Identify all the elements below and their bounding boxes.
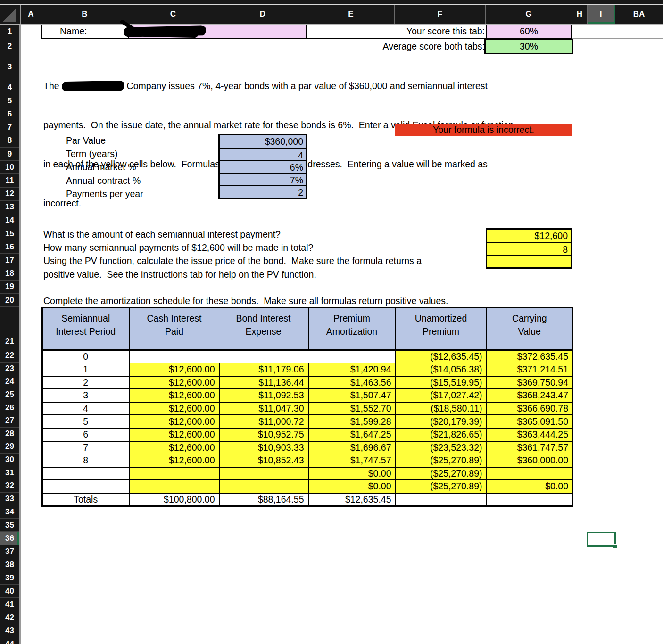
active-cell-selection[interactable]	[587, 532, 616, 547]
bond-input-cell-4[interactable]: 2	[220, 185, 306, 198]
schedule-header-5[interactable]: CarryingValue	[487, 308, 573, 350]
row-header-35[interactable]: 35	[0, 519, 19, 532]
schedule-cash-3[interactable]: $12,600.00	[129, 389, 219, 402]
schedule-bond-9[interactable]	[219, 467, 308, 480]
schedule-header-2[interactable]: Bond InterestExpense	[219, 308, 308, 350]
row-header-19[interactable]: 19	[0, 281, 19, 294]
schedule-premium-8[interactable]: $1,747.57	[308, 454, 396, 467]
schedule-unamortized-5[interactable]: ($20,179.39)	[396, 415, 487, 428]
select-all-corner[interactable]	[0, 5, 21, 24]
schedule-unamortized-8[interactable]: ($25,270.89)	[396, 454, 487, 467]
schedule-cash-8[interactable]: $12,600.00	[129, 454, 219, 467]
schedule-bond-7[interactable]: $10,903.33	[219, 441, 308, 454]
row-header-11[interactable]: 11	[0, 174, 19, 187]
row-header-9[interactable]: 9	[0, 148, 19, 161]
column-header-F[interactable]: F	[395, 5, 486, 24]
schedule-period-0[interactable]: 0	[42, 350, 129, 363]
column-header-A[interactable]: A	[21, 5, 41, 24]
schedule-period-7[interactable]: 7	[42, 441, 129, 454]
schedule-unamortized-3[interactable]: ($17,027.42)	[396, 389, 487, 402]
schedule-total-bond[interactable]: $88,164.55	[219, 493, 308, 506]
schedule-period-11[interactable]: Totals	[42, 493, 129, 506]
schedule-cash-6[interactable]: $12,600.00	[129, 428, 219, 441]
schedule-carrying-10[interactable]: $0.00	[487, 480, 573, 493]
bond-input-cell-2[interactable]: 6%	[220, 160, 306, 173]
schedule-carrying-1[interactable]: $371,214.51	[487, 363, 573, 376]
column-header-D[interactable]: D	[218, 5, 307, 24]
schedule-bond-8[interactable]: $10,852.43	[219, 454, 308, 467]
fill-handle[interactable]	[613, 544, 618, 549]
column-header-G[interactable]: G	[486, 5, 572, 24]
row-header-26[interactable]: 26	[0, 401, 19, 414]
schedule-bond-5[interactable]: $11,000.72	[219, 415, 308, 428]
row-header-28[interactable]: 28	[0, 428, 19, 441]
schedule-cash-9[interactable]	[129, 467, 219, 480]
schedule-total-unamortized[interactable]	[396, 493, 487, 506]
row-header-32[interactable]: 32	[0, 479, 19, 493]
schedule-unamortized-1[interactable]: ($14,056.38)	[396, 363, 487, 376]
schedule-cash-1[interactable]: $12,600.00	[129, 363, 219, 376]
schedule-unamortized-4[interactable]: ($18,580.11)	[396, 402, 487, 415]
row-header-27[interactable]: 27	[0, 414, 19, 428]
schedule-carrying-0[interactable]: $372,635.45	[487, 350, 573, 363]
schedule-premium-7[interactable]: $1,696.67	[308, 441, 396, 454]
row-header-25[interactable]: 25	[0, 388, 19, 402]
schedule-premium-1[interactable]: $1,420.94	[308, 363, 396, 376]
schedule-opening-blank[interactable]	[129, 350, 396, 363]
schedule-carrying-5[interactable]: $365,091.50	[487, 415, 573, 428]
row-header-3[interactable]: 3	[0, 53, 19, 81]
schedule-period-2[interactable]: 2	[42, 376, 129, 389]
schedule-unamortized-6[interactable]: ($21,826.65)	[396, 428, 487, 441]
row-header-39[interactable]: 39	[0, 571, 19, 585]
schedule-period-9[interactable]	[42, 467, 129, 480]
row-header-31[interactable]: 31	[0, 466, 19, 479]
column-header-BA[interactable]: BA	[615, 5, 663, 24]
row-header-6[interactable]: 6	[0, 107, 19, 121]
schedule-period-3[interactable]: 3	[42, 389, 129, 402]
schedule-bond-2[interactable]: $11,136.44	[219, 376, 308, 389]
bond-input-cell-1[interactable]: 4	[220, 148, 306, 161]
schedule-unamortized-0[interactable]: ($12,635.45)	[396, 350, 487, 363]
schedule-cash-4[interactable]: $12,600.00	[129, 402, 219, 415]
row-header-4[interactable]: 4	[0, 81, 19, 94]
schedule-carrying-7[interactable]: $361,747.57	[487, 441, 573, 454]
answer-cell-2[interactable]	[487, 255, 571, 267]
row-header-29[interactable]: 29	[0, 440, 19, 454]
schedule-premium-6[interactable]: $1,647.25	[308, 428, 396, 441]
schedule-bond-6[interactable]: $10,952.75	[219, 428, 308, 441]
row-header-40[interactable]: 40	[0, 585, 19, 598]
schedule-header-4[interactable]: UnamortizedPremium	[396, 308, 487, 350]
schedule-premium-3[interactable]: $1,507.47	[308, 389, 396, 402]
column-header-E[interactable]: E	[307, 5, 395, 24]
schedule-period-8[interactable]: 8	[42, 454, 129, 467]
row-header-33[interactable]: 33	[0, 493, 19, 506]
schedule-period-1[interactable]: 1	[42, 363, 129, 376]
row-header-41[interactable]: 41	[0, 598, 19, 611]
schedule-total-premium[interactable]: $12,635.45	[308, 493, 396, 506]
schedule-total-cash[interactable]: $100,800.00	[129, 493, 219, 506]
schedule-total-carrying[interactable]	[487, 493, 573, 506]
avg-score-cell[interactable]: 30%	[484, 39, 573, 54]
row-header-2[interactable]: 2	[0, 39, 19, 53]
row-header-20[interactable]: 20	[0, 294, 19, 307]
schedule-unamortized-10[interactable]: ($25,270.89)	[396, 480, 487, 493]
row-header-36[interactable]: 36	[0, 532, 19, 545]
schedule-carrying-2[interactable]: $369,750.94	[487, 376, 573, 389]
schedule-cash-7[interactable]: $12,600.00	[129, 441, 219, 454]
schedule-cash-2[interactable]: $12,600.00	[129, 376, 219, 389]
row-header-5[interactable]: 5	[0, 94, 19, 107]
column-header-H[interactable]: H	[572, 5, 588, 24]
schedule-cash-5[interactable]: $12,600.00	[129, 415, 219, 428]
schedule-premium-2[interactable]: $1,463.56	[308, 376, 396, 389]
row-header-34[interactable]: 34	[0, 505, 19, 519]
schedule-period-4[interactable]: 4	[42, 402, 129, 415]
schedule-premium-10[interactable]: $0.00	[308, 480, 396, 493]
schedule-unamortized-7[interactable]: ($23,523.32)	[396, 441, 487, 454]
bond-input-cell-3[interactable]: 7%	[220, 173, 306, 186]
schedule-carrying-8[interactable]: $360,000.00	[487, 454, 573, 467]
row-header-16[interactable]: 16	[0, 240, 19, 254]
row-header-44[interactable]: 44	[0, 637, 19, 644]
row-header-8[interactable]: 8	[0, 134, 19, 148]
name-label-cell[interactable]: Name:	[41, 25, 128, 38]
schedule-premium-4[interactable]: $1,552.70	[308, 402, 396, 415]
